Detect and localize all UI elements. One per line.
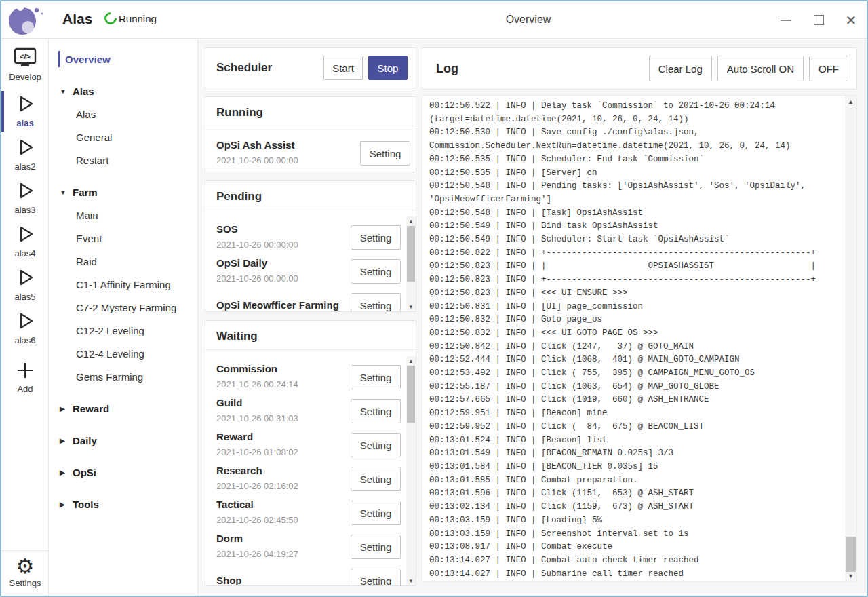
close-button[interactable]: ✕ — [845, 14, 857, 26]
rail-item-alas2[interactable]: alas2 — [1, 133, 49, 176]
scheduler-card: Scheduler Start Stop — [205, 47, 416, 88]
waiting-scrollbar[interactable]: ▲ ▼ — [406, 356, 416, 585]
rail-item-develop[interactable]: </> Develop — [1, 43, 49, 87]
rail-item-alas6[interactable]: alas6 — [1, 307, 49, 350]
nav-item-raid[interactable]: Raid — [49, 250, 197, 273]
nav-group-label: Tools — [73, 499, 99, 510]
nav-group-tools[interactable]: ▶Tools — [49, 493, 197, 516]
nav-item-c12-2-leveling[interactable]: C12-2 Leveling — [49, 319, 197, 342]
play-icon — [15, 180, 35, 204]
task-name: SOS — [216, 222, 345, 237]
nav-group-daily[interactable]: ▶Daily — [49, 429, 197, 452]
autoscroll-on-button[interactable]: Auto Scroll ON — [717, 56, 804, 81]
nav-item-c12-4-leveling[interactable]: C12-4 Leveling — [49, 342, 197, 365]
task-name: Guild — [216, 396, 345, 410]
minimize-button[interactable] — [780, 14, 792, 26]
maximize-button[interactable] — [812, 14, 825, 26]
task-info: OpSi Meowfficer Farming — [216, 298, 351, 311]
scrollbar-thumb[interactable] — [407, 366, 415, 423]
nav-item-alas[interactable]: Alas — [49, 102, 197, 126]
setting-button[interactable]: Setting — [351, 433, 401, 457]
setting-button[interactable]: Setting — [351, 569, 401, 585]
autoscroll-off-button[interactable]: OFF — [809, 56, 848, 81]
clear-log-button[interactable]: Clear Log — [649, 56, 712, 81]
nav-item-overview[interactable]: Overview — [49, 47, 197, 71]
nav-group-alas[interactable]: ▼Alas — [49, 79, 197, 102]
scrollbar-thumb[interactable] — [846, 537, 856, 572]
chevron-right-icon: ▶ — [60, 405, 66, 412]
scrollbar-thumb[interactable] — [407, 226, 415, 282]
task-row: OpSi Meowfficer FarmingSetting — [216, 288, 406, 311]
rail-item-alas5[interactable]: alas5 — [1, 263, 49, 307]
rail-item-alas3[interactable]: alas3 — [1, 176, 49, 220]
task-name: Reward — [216, 429, 345, 444]
start-button[interactable]: Start — [323, 56, 363, 80]
task-next-run-time: 2021-10-26 00:00:00 — [216, 237, 345, 253]
task-info: Research2021-10-26 02:16:02 — [216, 463, 351, 495]
svg-text:</>: </> — [20, 52, 31, 60]
scroll-down-icon: ▼ — [406, 576, 416, 585]
waiting-task-list: Commission2021-10-26 00:24:14SettingGuil… — [205, 356, 406, 585]
log-title: Log — [436, 62, 644, 76]
setting-button[interactable]: Setting — [351, 535, 401, 559]
task-row: Research2021-10-26 02:16:02Setting — [216, 462, 406, 496]
task-next-run-time: 2021-10-26 02:45:50 — [216, 512, 345, 528]
window-controls: ✕ — [780, 1, 857, 39]
task-info: Reward2021-10-26 01:08:02 — [216, 429, 351, 461]
setting-button[interactable]: Setting — [351, 501, 401, 525]
task-row: Commission2021-10-26 00:24:14Setting — [216, 360, 406, 394]
scroll-down-icon: ▼ — [406, 302, 416, 311]
task-name: Research — [216, 463, 345, 478]
pending-scrollbar[interactable]: ▲ ▼ — [406, 216, 416, 311]
nav-group-farm[interactable]: ▼Farm — [49, 180, 197, 204]
play-icon — [15, 137, 35, 160]
settings-button[interactable]: ⚙ Settings — [1, 550, 49, 593]
rail-item-alas[interactable]: alas — [1, 90, 49, 133]
nav-item-gems-farming[interactable]: Gems Farming — [49, 365, 197, 388]
task-name: Tactical — [216, 497, 345, 512]
nav-item-event[interactable]: Event — [49, 227, 197, 250]
nav-item-main[interactable]: Main — [49, 204, 197, 227]
instance-list: alasalas2alas3alas4alas5alas6 — [1, 90, 48, 350]
nav-group-label: Reward — [73, 403, 109, 415]
nav-item-c7-2-mystery-farming[interactable]: C7-2 Mystery Farming — [49, 296, 197, 319]
setting-button[interactable]: Setting — [351, 399, 401, 423]
setting-button[interactable]: Setting — [351, 467, 401, 491]
setting-button[interactable]: Setting — [351, 259, 401, 284]
nav-menu: Overview ▼AlasAlasGeneralRestart▼FarmMai… — [49, 39, 198, 596]
nav-item-general[interactable]: General — [49, 126, 197, 149]
setting-button[interactable]: Setting — [351, 293, 401, 311]
setting-button[interactable]: Setting — [360, 141, 410, 166]
pending-title: Pending — [205, 181, 416, 210]
task-row: Guild2021-10-26 00:31:03Setting — [216, 394, 406, 428]
task-info: OpSi Ash Assist2021-10-26 00:00:00 — [216, 138, 360, 169]
rail-item-label: alas2 — [14, 161, 35, 172]
rail-item-label: alas3 — [14, 205, 35, 215]
nav-item-c1-1-affinity-farming[interactable]: C1-1 Affinity Farming — [49, 273, 197, 296]
waiting-card: Waiting Commission2021-10-26 00:24:14Set… — [205, 320, 416, 586]
nav-group-opsi[interactable]: ▶OpSi — [49, 461, 197, 484]
plus-icon — [16, 361, 35, 383]
nav-group-label: Alas — [73, 85, 94, 97]
stop-button[interactable]: Stop — [368, 56, 408, 80]
task-info: Guild2021-10-26 00:31:03 — [216, 396, 351, 427]
instance-rail: </> Develop alasalas2alas3alas4alas5alas… — [1, 39, 49, 596]
gear-icon: ⚙ — [16, 556, 35, 577]
chevron-right-icon: ▶ — [60, 437, 66, 444]
setting-button[interactable]: Setting — [351, 365, 401, 389]
running-card: Running OpSi Ash Assist2021-10-26 00:00:… — [205, 96, 416, 172]
add-instance-button[interactable]: Add — [1, 357, 49, 399]
scroll-up-icon: ▲ — [406, 216, 416, 226]
log-viewport[interactable]: 00:12:50.522 | INFO | Delay task `Commis… — [422, 95, 857, 582]
status-label: Running — [119, 13, 157, 24]
rail-item-alas4[interactable]: alas4 — [1, 220, 49, 263]
setting-button[interactable]: Setting — [351, 225, 401, 250]
rail-item-label: alas5 — [14, 292, 35, 302]
nav-item-restart[interactable]: Restart — [49, 149, 197, 172]
log-scrollbar[interactable]: ▲ ▼ — [845, 96, 856, 581]
app-logo-icon — [7, 4, 46, 37]
nav-group-reward[interactable]: ▶Reward — [49, 397, 197, 420]
app-name: Alas — [62, 11, 92, 27]
rail-item-label: alas — [16, 118, 33, 128]
rail-item-label: alas4 — [14, 248, 35, 258]
